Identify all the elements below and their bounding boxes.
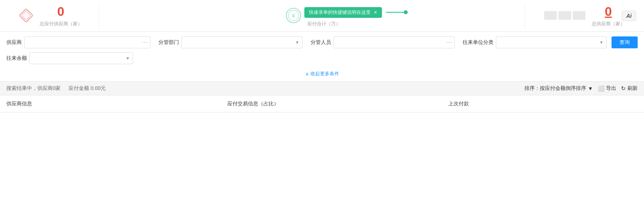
result-left: 搜索结果中，供应商0家 应付金额 0.00元: [6, 85, 106, 92]
payable-suppliers-number: 0: [57, 4, 65, 19]
stats-bar: 0 总应付供应商（家） ¥ 0.00 应付合计（万） 快速录单的快捷键说明在这里…: [0, 0, 644, 32]
supplier-input[interactable]: [24, 36, 151, 48]
payable-suppliers-label: 总应付供应商（家）: [40, 21, 82, 27]
filter-row-2: 往来余额 ▼: [6, 52, 133, 64]
dept-filter: 分管部门 ▼: [158, 36, 303, 48]
export-button[interactable]: ⬜ 导出: [598, 85, 616, 92]
placeholder-boxes: [544, 11, 585, 20]
amount-info: 应付金额 0.00元: [69, 85, 106, 92]
search-info: 搜索结果中，供应商0家: [6, 85, 61, 92]
collapse-button[interactable]: ∧ 收起更多条件: [305, 71, 339, 77]
total-suppliers-section: 0 总供应商（家） Ai: [525, 4, 644, 27]
query-button[interactable]: 查询: [612, 36, 638, 48]
total-suppliers-label: 总供应商（家）: [592, 21, 625, 27]
sort-arrow-icon: ▼: [588, 86, 593, 92]
category-select[interactable]: [496, 36, 607, 48]
collapse-row: ∧ 收起更多条件: [6, 68, 638, 81]
category-label: 往来单位分类: [463, 39, 493, 46]
col-lastpay-header: 上次付款: [448, 100, 638, 107]
col-transaction-header: 应付交易信息（占比）: [227, 100, 448, 107]
supplier-input-wrap: ···: [24, 36, 151, 48]
collapse-label: 收起更多条件: [311, 71, 339, 77]
refresh-label: 刷新: [627, 85, 638, 92]
person-input-wrap: ···: [333, 36, 455, 48]
dept-label: 分管部门: [158, 39, 179, 46]
sort-label: 排序：按应付会额倒序排序: [524, 85, 586, 92]
balance-select-wrap: ▼: [29, 52, 133, 64]
dept-select[interactable]: [181, 36, 303, 48]
logo-section: 0 总应付供应商（家）: [0, 4, 99, 27]
export-label: 导出: [606, 85, 616, 92]
refresh-icon: ↻: [621, 85, 626, 92]
category-filter: 往来单位分类 ▼: [463, 36, 607, 48]
payable-total-label: 应付合计（万）: [307, 21, 341, 27]
refresh-button[interactable]: ↻ 刷新: [621, 85, 638, 92]
filter-row-1: 供应商 ··· 分管部门 ▼ 分管人员 ···: [6, 36, 638, 48]
export-icon: ⬜: [598, 85, 604, 92]
person-dots[interactable]: ···: [446, 39, 452, 46]
person-label: 分管人员: [311, 39, 331, 46]
table-header: 供应商信息 应付交易信息（占比） 上次付款: [0, 95, 644, 112]
svg-text:¥: ¥: [292, 13, 295, 19]
person-input[interactable]: [333, 36, 455, 48]
stat-total-suppliers: 0 总供应商（家）: [592, 4, 625, 27]
supplier-filter: 供应商 ···: [6, 36, 151, 48]
tooltip-close-btn[interactable]: ×: [374, 10, 377, 15]
person-filter: 分管人员 ···: [311, 36, 455, 48]
category-select-wrap: ▼: [496, 36, 607, 48]
coin-icon: ¥: [284, 6, 303, 25]
dept-select-wrap: ▼: [181, 36, 303, 48]
payable-total-section: ¥ 0.00 应付合计（万） 快速录单的快捷键说明在这里 ×: [99, 4, 525, 27]
filter-section: 供应商 ··· 分管部门 ▼ 分管人员 ···: [0, 32, 644, 82]
ai-badge[interactable]: Ai: [622, 11, 636, 21]
total-suppliers-number: 0: [605, 4, 612, 19]
col-supplier-header: 供应商信息: [6, 100, 227, 107]
supplier-dots[interactable]: ···: [142, 39, 148, 46]
balance-label: 往来余额: [6, 55, 27, 62]
stat-payable-suppliers: 0 总应付供应商（家）: [40, 4, 82, 27]
table-body: [0, 112, 644, 192]
supplier-label: 供应商: [6, 39, 22, 46]
tooltip-bubble: 快速录单的快捷键说明在这里 ×: [304, 7, 382, 18]
sort-select[interactable]: 排序：按应付会额倒序排序 ▼: [524, 85, 593, 92]
tooltip-text: 快速录单的快捷键说明在这里: [309, 9, 371, 16]
collapse-up-icon: ∧: [305, 71, 309, 77]
result-bar: 搜索结果中，供应商0家 应付金额 0.00元 排序：按应付会额倒序排序 ▼ ⬜ …: [0, 82, 644, 95]
result-right: 排序：按应付会额倒序排序 ▼ ⬜ 导出 ↻ 刷新: [524, 85, 638, 92]
svg-rect-0: [19, 9, 33, 23]
balance-select[interactable]: [29, 52, 133, 64]
diamond-icon: [17, 6, 36, 25]
balance-filter: 往来余额 ▼: [6, 52, 133, 64]
tooltip-dot: [404, 10, 408, 14]
